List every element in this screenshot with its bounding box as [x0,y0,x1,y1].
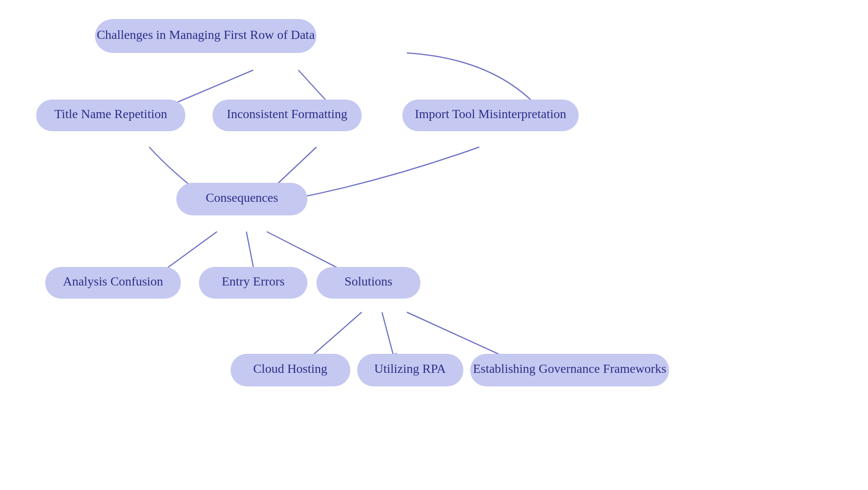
node-analysis-label: Analysis Confusion [63,274,163,288]
node-conseq-label: Consequences [206,190,278,205]
node-cloud-label: Cloud Hosting [253,362,327,376]
node-title-label: Title Name Repetition [54,107,167,121]
node-incons-label: Inconsistent Formatting [227,107,348,121]
diagram-svg: Challenges in Managing First Row of Data… [0,0,868,490]
node-rpa-label: Utilizing RPA [374,362,446,376]
node-solutions-label: Solutions [344,274,392,288]
node-import-label: Import Tool Misinterpretation [415,107,566,121]
arrow-import-conseq [292,147,479,199]
node-entry-label: Entry Errors [222,274,284,288]
node-root-label: Challenges in Managing First Row of Data [97,28,315,42]
node-gov-label: Establishing Governance Frameworks [473,362,666,376]
